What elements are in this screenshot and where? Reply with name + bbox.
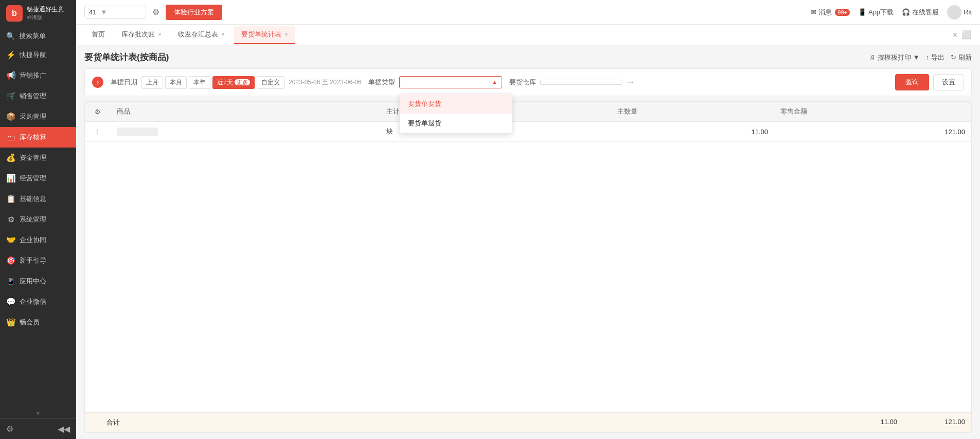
more-badge: 更多 xyxy=(235,79,250,85)
tab-inventory-batch[interactable]: 库存批次账 × xyxy=(114,26,169,44)
sidebar-search[interactable]: 🔍 搜索菜单 xyxy=(0,27,76,45)
sidebar-item-sales[interactable]: 🛒 销售管理 xyxy=(0,86,76,106)
sidebar-label: 系统管理 xyxy=(20,215,46,224)
table-scroll-area: ⚙ 商品 主计量单位 主数量 零售金额 1 xyxy=(85,102,971,412)
data-table: ⚙ 商品 主计量单位 主数量 零售金额 1 xyxy=(85,102,971,142)
message-icon: ✉ xyxy=(811,8,816,16)
sidebar-item-quick-nav[interactable]: ⚡ 快捷导航 xyxy=(0,45,76,65)
col-header-product: 商品 xyxy=(111,102,380,122)
sidebar-item-marketing[interactable]: 📢 营销推广 xyxy=(0,65,76,86)
inventory-icon: 🗃 xyxy=(6,133,15,142)
topbar-left: 41 ▼ ⚙ 体验行业方案 xyxy=(84,5,222,20)
product-name-placeholder xyxy=(117,127,158,136)
sidebar-label: 基础信息 xyxy=(20,194,46,204)
tab-receipt-summary-label: 收发存汇总表 xyxy=(178,30,218,39)
sidebar-item-purchase[interactable]: 📦 采购管理 xyxy=(0,106,76,127)
app-download-label: App下载 xyxy=(868,8,894,17)
chevron-down-icon: ▼ xyxy=(100,8,107,16)
sidebar-item-enterprise[interactable]: 🤝 企业协同 xyxy=(0,230,76,250)
sidebar-item-wechat[interactable]: 💬 企业微信 xyxy=(0,291,76,312)
date-btn-last-7[interactable]: 近7天 更多 xyxy=(212,76,255,89)
export-icon: ↑ xyxy=(926,53,930,61)
tab-home[interactable]: 首页 xyxy=(84,26,112,44)
settings-icon[interactable]: ⚙ xyxy=(6,424,13,434)
sidebar-item-system[interactable]: ⚙ 系统管理 xyxy=(0,209,76,230)
tab-inventory-batch-label: 库存批次账 xyxy=(121,30,155,39)
app-download-btn[interactable]: 📱 App下载 xyxy=(858,8,894,17)
user-name: Rit xyxy=(964,8,972,16)
sidebar-label: 应用中心 xyxy=(20,277,46,286)
maximize-icon[interactable]: ⬜ xyxy=(961,30,972,40)
col-header-settings[interactable]: ⚙ xyxy=(85,102,111,122)
finance-icon: 💰 xyxy=(6,153,15,162)
print-label: 按模板打印 xyxy=(878,53,911,62)
close-tab-order-stats[interactable]: × xyxy=(284,31,288,38)
page-actions: 🖨 按模板打印 ▼ ↑ 导出 ↻ 刷新 xyxy=(869,53,972,62)
tab-order-stats[interactable]: 要货单统计表 × xyxy=(234,26,295,44)
sidebar-item-finance[interactable]: 💰 资金管理 xyxy=(0,148,76,168)
messages-label: 消息 xyxy=(818,8,832,17)
refresh-label: 刷新 xyxy=(958,53,972,62)
date-btn-this-month[interactable]: 本月 xyxy=(165,76,187,89)
marketing-icon: 📢 xyxy=(6,71,15,80)
footer-spacer xyxy=(245,418,842,427)
date-filter-group: 单据日期 上月 本月 本年 近7天 更多 自定义 2023-05-06 至 20… xyxy=(111,76,361,89)
type-select[interactable]: ▲ xyxy=(399,76,502,88)
sidebar-label: 新手引导 xyxy=(20,256,46,265)
user-avatar-area[interactable]: Rit xyxy=(947,5,972,20)
dropdown-item-order-goods[interactable]: 要货单要货 xyxy=(400,94,512,114)
export-btn[interactable]: ↑ 导出 xyxy=(926,53,945,62)
collapse-icon[interactable]: ◀◀ xyxy=(58,424,70,434)
tab-receipt-summary[interactable]: 收发存汇总表 × xyxy=(171,26,232,44)
sidebar-item-guide[interactable]: 🎯 新手引导 xyxy=(0,250,76,271)
logo-title: 畅捷通好生意 xyxy=(27,6,64,14)
table-footer: 合计 11.00 121.00 xyxy=(85,412,971,432)
print-btn[interactable]: 🖨 按模板打印 ▼ xyxy=(869,53,920,62)
page-content: 要货单统计表(按商品) 🖨 按模板打印 ▼ ↑ 导出 ↻ 刷新 › xyxy=(76,45,980,439)
filter-bar: › 单据日期 上月 本月 本年 近7天 更多 自定义 2023-05-06 至 … xyxy=(84,68,972,96)
selector-value: 41 xyxy=(89,8,96,16)
date-btn-this-year[interactable]: 本年 xyxy=(189,76,210,89)
messages-btn[interactable]: ✉ 消息 99+ xyxy=(811,8,850,17)
export-label: 导出 xyxy=(931,53,945,62)
settings-gear-icon[interactable]: ⚙ xyxy=(152,7,159,17)
sidebar-scroll-down[interactable]: ▼ xyxy=(0,409,76,418)
sidebar-item-inventory[interactable]: 🗃 库存核算 xyxy=(0,127,76,148)
filter-expand-btn[interactable]: › xyxy=(92,77,103,88)
refresh-btn[interactable]: ↻ 刷新 xyxy=(951,53,972,62)
phone-icon: 📱 xyxy=(858,8,866,16)
sales-icon: 🛒 xyxy=(6,92,15,101)
sidebar-item-operations[interactable]: 📊 经营管理 xyxy=(0,168,76,189)
company-selector[interactable]: 41 ▼ xyxy=(84,6,146,19)
sidebar-item-member[interactable]: 👑 畅会员 xyxy=(0,312,76,333)
col-header-amount: 零售金额 xyxy=(774,102,971,122)
sidebar-label: 营销推广 xyxy=(20,71,46,80)
sidebar-label: 企业微信 xyxy=(20,297,46,306)
sidebar-label: 库存核算 xyxy=(20,133,46,142)
refresh-icon: ↻ xyxy=(951,53,956,61)
member-icon: 👑 xyxy=(6,318,15,327)
close-tab-receipt-summary[interactable]: × xyxy=(221,31,225,38)
guide-icon: 🎯 xyxy=(6,256,15,265)
sidebar-item-app-center[interactable]: 📱 应用中心 xyxy=(0,271,76,291)
date-filter-label: 单据日期 xyxy=(111,78,137,87)
query-btn[interactable]: 查询 xyxy=(895,74,929,90)
topbar-right: ✉ 消息 99+ 📱 App下载 🎧 在线客服 Rit xyxy=(811,5,972,20)
footer-label: 合计 xyxy=(91,418,194,427)
date-btn-last-month[interactable]: 上月 xyxy=(141,76,163,89)
settings-btn[interactable]: 设置 xyxy=(933,74,964,90)
dropdown-item-order-return[interactable]: 要货单退货 xyxy=(400,114,512,133)
close-all-tabs-icon[interactable]: × xyxy=(953,30,957,40)
online-service-btn[interactable]: 🎧 在线客服 xyxy=(902,8,939,17)
trial-btn[interactable]: 体验行业方案 xyxy=(166,5,222,20)
close-tab-inventory-batch[interactable]: × xyxy=(158,31,162,38)
row-quantity: 11.00 xyxy=(611,122,774,142)
row-product xyxy=(111,122,380,142)
warehouse-input[interactable] xyxy=(540,80,622,85)
more-filter-icon[interactable]: ··· xyxy=(627,78,633,87)
sidebar-item-basic-info[interactable]: 📋 基础信息 xyxy=(0,189,76,209)
date-btn-custom[interactable]: 自定义 xyxy=(257,76,284,89)
filter-actions: 查询 设置 xyxy=(895,74,964,90)
tabs-bar: 首页 库存批次账 × 收发存汇总表 × 要货单统计表 × × ⬜ xyxy=(76,25,980,45)
main-content: 41 ▼ ⚙ 体验行业方案 ✉ 消息 99+ 📱 App下载 🎧 在线客服 R xyxy=(76,0,980,439)
